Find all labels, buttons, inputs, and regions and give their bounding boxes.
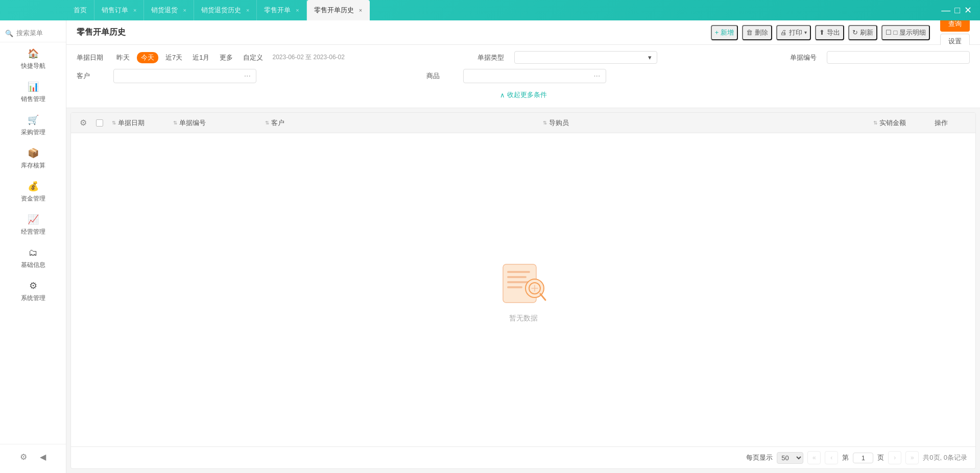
type-filter-label: 单据类型 [477, 53, 506, 62]
sidebar-item-sales-mgmt[interactable]: 📊 销售管理 [0, 76, 66, 109]
table-select-all[interactable] [91, 119, 108, 127]
th-guide[interactable]: ⇅ 导购员 [539, 118, 600, 128]
svg-rect-2 [507, 276, 527, 278]
tab-retail-open-history[interactable]: 零售开单历史 × [307, 0, 370, 20]
date-opt-custom[interactable]: 自定义 [240, 52, 266, 63]
main-layout: 🔍 搜索菜单 🏠 快捷导航 📊 销售管理 🛒 采购管理 📦 库存核算 💰 资金管… [0, 20, 980, 473]
sidebar-item-sys-mgmt[interactable]: ⚙ 系统管理 [0, 275, 66, 308]
tab-retail-open-history-close[interactable]: × [359, 7, 362, 13]
per-page-label: 每页显示 [746, 453, 773, 462]
sidebar-bottom: ⚙ ◀ [0, 444, 66, 469]
sidebar-item-business[interactable]: 📈 经营管理 [0, 208, 66, 241]
prev-page-btn[interactable]: ‹ [825, 451, 838, 464]
product-filter-label: 商品 [426, 71, 455, 81]
sidebar-item-base-info[interactable]: 🗂 基础信息 [0, 241, 66, 275]
svg-rect-4 [507, 286, 522, 288]
collapse-button[interactable]: ∧ 收起更多条件 [494, 88, 553, 102]
sidebar-item-purchase-mgmt[interactable]: 🛒 采购管理 [0, 109, 66, 142]
minimize-btn[interactable]: — [941, 5, 950, 16]
tab-retail-open-close[interactable]: × [296, 7, 299, 13]
date-opt-today[interactable]: 今天 [137, 52, 158, 63]
type-select[interactable]: ▾ [514, 51, 657, 64]
select-all-checkbox[interactable] [96, 119, 103, 127]
show-detail-button[interactable]: ☐ □ 显示明细 [881, 25, 930, 40]
th-date-sort-icon: ⇅ [112, 120, 116, 126]
th-amount[interactable]: ⇅ 实销金额 [869, 118, 930, 128]
content-area: 零售开单历史 + 新增 🗑 删除 🖨 打印 ▾ ⬆ 导出 ↻ [66, 20, 980, 473]
checkbox-icon: ☐ [886, 29, 892, 36]
page-header: 零售开单历史 + 新增 🗑 删除 🖨 打印 ▾ ⬆ 导出 ↻ [66, 20, 980, 45]
print-dropdown-icon: ▾ [804, 30, 807, 35]
close-btn[interactable]: ✕ [964, 5, 972, 16]
date-opt-yesterday[interactable]: 昨天 [113, 52, 133, 63]
svg-rect-1 [507, 271, 530, 273]
per-page-select[interactable]: 50 10 20 100 [777, 452, 803, 464]
table-area: ⚙ ⇅ 单据日期 ⇅ 单据编号 ⇅ 客户 ⇅ 导购员 [70, 112, 976, 469]
tab-home[interactable]: 首页 [66, 0, 94, 20]
purchase-mgmt-icon: 🛒 [27, 114, 39, 126]
sidebar-item-inventory-label: 库存核算 [21, 161, 45, 170]
print-button[interactable]: 🖨 打印 ▾ [776, 25, 811, 40]
sidebar-item-quick-nav-label: 快捷导航 [21, 62, 45, 70]
th-date[interactable]: ⇅ 单据日期 [108, 118, 169, 128]
th-customer[interactable]: ⇅ 客户 [261, 118, 539, 128]
sidebar-settings-btn[interactable]: ⚙ [15, 449, 32, 465]
tab-sales-order-close[interactable]: × [133, 7, 136, 13]
refresh-icon: ↻ [852, 29, 858, 36]
tab-retail-open-label: 零售开单 [264, 6, 291, 15]
query-button[interactable]: 查询 [940, 20, 970, 32]
date-range-display: 2023-06-02 至 2023-06-02 [272, 53, 344, 62]
tab-sales-return-label: 销货退货 [151, 6, 178, 15]
sidebar-item-inventory[interactable]: 📦 库存核算 [0, 142, 66, 175]
export-label: 导出 [827, 28, 840, 37]
empty-text: 暂无数据 [509, 314, 538, 323]
tab-sales-return[interactable]: 销货退货 × [144, 0, 194, 20]
product-select[interactable]: ··· [463, 69, 606, 83]
product-dots: ··· [593, 71, 600, 81]
empty-illustration [493, 257, 554, 308]
sidebar-search[interactable]: 🔍 搜索菜单 [0, 24, 66, 42]
date-opt-more[interactable]: 更多 [217, 52, 236, 63]
sidebar-collapse-btn[interactable]: ◀ [35, 449, 51, 465]
top-bar: 首页 销售订单 × 销货退货 × 销货退货历史 × 零售开单 × 零售开单历史 … [0, 0, 980, 20]
delete-button[interactable]: 🗑 删除 [742, 25, 772, 40]
number-input[interactable] [827, 51, 970, 64]
last-page-btn[interactable]: » [905, 451, 919, 464]
tab-retail-open[interactable]: 零售开单 × [257, 0, 306, 20]
th-guide-sort-icon: ⇅ [543, 120, 547, 126]
tab-sales-return-history-label: 销货退货历史 [201, 6, 241, 15]
tab-sales-order[interactable]: 销售订单 × [94, 0, 144, 20]
tab-sales-return-history[interactable]: 销货退货历史 × [194, 0, 257, 20]
th-customer-label: 客户 [271, 118, 284, 128]
sidebar-item-quick-nav[interactable]: 🏠 快捷导航 [0, 42, 66, 76]
th-date-label: 单据日期 [118, 118, 145, 128]
next-page-btn[interactable]: › [888, 451, 901, 464]
table-settings-icon[interactable]: ⚙ [75, 118, 91, 128]
quick-nav-icon: 🏠 [27, 47, 39, 60]
print-label: 打印 [789, 28, 802, 37]
customer-dots: ··· [244, 71, 251, 81]
table-header: ⚙ ⇅ 单据日期 ⇅ 单据编号 ⇅ 客户 ⇅ 导购员 [71, 113, 975, 133]
add-button[interactable]: + 新增 [711, 25, 738, 40]
th-number[interactable]: ⇅ 单据编号 [169, 118, 261, 128]
th-action: 操作 [930, 118, 971, 128]
first-page-btn[interactable]: « [807, 451, 821, 464]
tab-sales-return-close[interactable]: × [183, 7, 186, 13]
base-info-icon: 🗂 [27, 246, 39, 259]
export-icon: ⬆ [819, 29, 825, 36]
page-input[interactable] [853, 453, 873, 463]
export-button[interactable]: ⬆ 导出 [815, 25, 844, 40]
type-dropdown-icon: ▾ [648, 54, 652, 61]
maximize-btn[interactable]: □ [954, 5, 960, 16]
tab-sales-return-history-close[interactable]: × [246, 7, 249, 13]
tab-retail-open-history-label: 零售开单历史 [314, 6, 354, 15]
customer-select[interactable]: ··· [113, 69, 256, 83]
date-opt-7days[interactable]: 近7天 [162, 52, 185, 63]
inventory-icon: 📦 [27, 147, 39, 159]
th-customer-sort-icon: ⇅ [265, 120, 269, 126]
sales-mgmt-icon: 📊 [27, 81, 39, 93]
sidebar-item-finance[interactable]: 💰 资金管理 [0, 175, 66, 208]
tab-home-label: 首页 [74, 6, 87, 15]
refresh-button[interactable]: ↻ 刷新 [848, 25, 877, 40]
date-opt-1month[interactable]: 近1月 [189, 52, 212, 63]
